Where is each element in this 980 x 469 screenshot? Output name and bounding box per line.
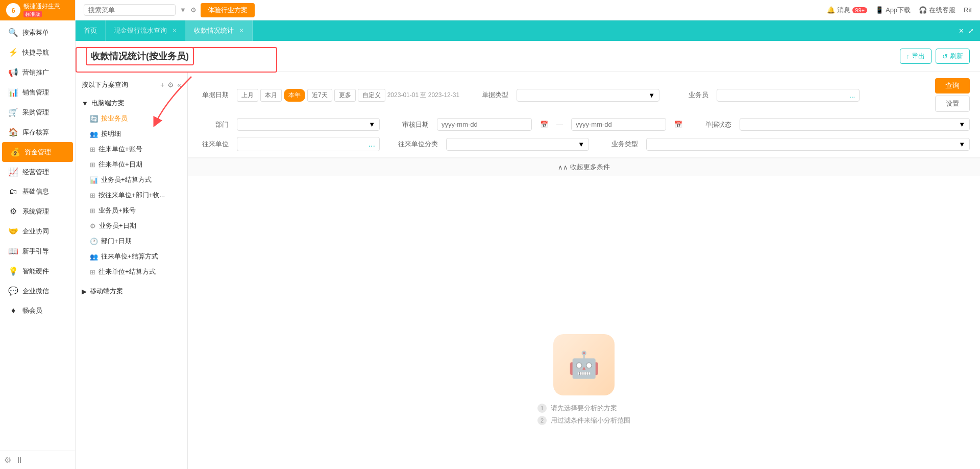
doc-status-select[interactable]: ▼ bbox=[740, 118, 970, 131]
operations-icon: 📈 bbox=[8, 167, 18, 177]
sidebar-item-basic-info[interactable]: 🗂 基础信息 bbox=[0, 182, 75, 201]
export-icon: ↑ bbox=[906, 53, 910, 60]
left-panel-icons: + ⚙ « bbox=[160, 81, 181, 89]
calendar-to-icon[interactable]: 📅 bbox=[674, 121, 682, 128]
member-icon: ♦ bbox=[8, 306, 18, 315]
date-btn-7days[interactable]: 近7天 bbox=[307, 89, 332, 102]
partner-more-icon[interactable]: ... bbox=[369, 139, 375, 149]
add-scheme-btn[interactable]: + bbox=[160, 81, 164, 89]
app-download-btn[interactable]: 📱 App下载 bbox=[875, 6, 911, 15]
topbar-left: ▼ ⚙ 体验行业方案 bbox=[84, 3, 255, 17]
date-btn-last-month[interactable]: 上月 bbox=[237, 89, 258, 102]
topbar: ▼ ⚙ 体验行业方案 🔔 消息 99+ 📱 App下载 🎧 在线客服 Rit bbox=[76, 0, 980, 20]
cashflow-tab-close[interactable]: ✕ bbox=[172, 27, 177, 34]
topbar-settings-icon[interactable]: ⚙ bbox=[190, 6, 197, 14]
tree-item-partner-date[interactable]: ⊞ 往来单位+日期 bbox=[76, 157, 187, 172]
sidebar-item-member[interactable]: ♦ 畅会员 bbox=[0, 301, 75, 320]
partner-category-select[interactable]: ▼ bbox=[446, 138, 589, 151]
empty-robot-illustration: 🤖 bbox=[553, 334, 615, 395]
notification-label: 消息 bbox=[837, 6, 850, 15]
sidebar-item-label: 销售管理 bbox=[22, 88, 49, 97]
online-service-btn[interactable]: 🎧 在线客服 bbox=[919, 6, 955, 15]
refresh-icon: ↺ bbox=[942, 53, 948, 60]
notification-badge: 99+ bbox=[852, 7, 867, 13]
tree-item-by-salesperson[interactable]: 🔄 按业务员 bbox=[76, 111, 187, 126]
review-date-to[interactable] bbox=[571, 118, 666, 131]
sidebar-item-funds[interactable]: 💰 资金管理 bbox=[2, 142, 73, 162]
sidebar-item-inventory[interactable]: 🏠 库存核算 bbox=[0, 122, 75, 142]
sidebar-item-sales[interactable]: 📊 销售管理 bbox=[0, 82, 75, 102]
dept-select[interactable]: ▼ bbox=[237, 118, 380, 131]
tree-item-partner-settlement2[interactable]: ⊞ 往来单位+结算方式 bbox=[76, 264, 187, 279]
collapse-panel-btn[interactable]: « bbox=[177, 81, 181, 89]
tree-item-salesperson-account[interactable]: ⊞ 业务员+账号 bbox=[76, 203, 187, 218]
sidebar-item-weixin[interactable]: 💬 企业微信 bbox=[0, 281, 75, 301]
trial-btn[interactable]: 体验行业方案 bbox=[201, 3, 255, 17]
biz-type-label: 业务类型 bbox=[607, 139, 638, 149]
search-icon: 🔍 bbox=[8, 28, 18, 37]
sidebar-item-operations[interactable]: 📈 经营管理 bbox=[0, 162, 75, 182]
tree-item-partner-dept[interactable]: ⊞ 按往来单位+部门+收... bbox=[76, 187, 187, 203]
sidebar-item-guide[interactable]: 📖 新手引导 bbox=[0, 241, 75, 261]
tab-home[interactable]: 首页 bbox=[76, 20, 106, 41]
doc-type-select[interactable]: ▼ bbox=[517, 89, 659, 102]
salesperson-more-icon[interactable]: ... bbox=[849, 91, 855, 99]
right-panel: 单据日期 上月 本月 本年 近7天 更多 自定义 2023-01-01 至 20… bbox=[188, 72, 980, 469]
collab-icon: 🤝 bbox=[8, 226, 18, 236]
settings-footer-icon[interactable]: ⚙ bbox=[4, 455, 11, 465]
user-name[interactable]: Rit bbox=[964, 6, 972, 14]
sidebar-item-quicknav[interactable]: ⚡ 快捷导航 bbox=[0, 42, 75, 62]
tree-item-salesperson-date[interactable]: ⚙ 业务员+日期 bbox=[76, 218, 187, 233]
date-btn-more[interactable]: 更多 bbox=[334, 89, 356, 102]
review-date-from[interactable] bbox=[437, 118, 532, 131]
biz-type-select[interactable]: ▼ bbox=[646, 138, 970, 151]
receipts-tab-label: 收款情况统计 bbox=[194, 26, 234, 35]
date-btn-this-year[interactable]: 本年 bbox=[284, 89, 305, 102]
topbar-search[interactable] bbox=[84, 4, 176, 16]
receipts-tab-close[interactable]: ✕ bbox=[239, 27, 244, 34]
sidebar-item-marketing[interactable]: 📢 营销推广 bbox=[0, 62, 75, 82]
sidebar-item-search[interactable]: 🔍 搜索菜单 bbox=[0, 22, 75, 42]
tab-close-icon[interactable]: ✕ bbox=[959, 27, 964, 35]
collapse-bar[interactable]: ∧∧ 收起更多条件 bbox=[188, 158, 980, 176]
salesperson-select[interactable]: ... bbox=[717, 89, 860, 102]
tree-header-desktop[interactable]: ▼ 电脑端方案 bbox=[76, 96, 187, 111]
tree-item-by-detail[interactable]: 👥 按明细 bbox=[76, 126, 187, 142]
date-btn-custom[interactable]: 自定义 bbox=[358, 89, 385, 102]
expand-icon[interactable]: ⏸ bbox=[15, 456, 23, 465]
calendar-from-icon[interactable]: 📅 bbox=[540, 121, 548, 128]
sidebar-item-system[interactable]: ⚙ 系统管理 bbox=[0, 201, 75, 221]
tab-receipts[interactable]: 收款情况统计 ✕ bbox=[186, 20, 253, 41]
salesperson-label: 业务员 bbox=[678, 90, 708, 100]
settings-scheme-btn[interactable]: ⚙ bbox=[167, 81, 174, 89]
tree-header-mobile[interactable]: ▶ 移动端方案 bbox=[76, 284, 187, 299]
refresh-btn[interactable]: ↺ 刷新 bbox=[936, 49, 970, 64]
date-btn-this-month[interactable]: 本月 bbox=[260, 89, 282, 102]
tree-item-icon-ps2: ⊞ bbox=[90, 268, 95, 276]
topbar-dropdown-icon[interactable]: ▼ bbox=[180, 6, 186, 14]
tree-item-partner-settlement1[interactable]: 👥 往来单位+结算方式 bbox=[76, 249, 187, 264]
weixin-icon: 💬 bbox=[8, 286, 18, 296]
setting-btn[interactable]: 设置 bbox=[935, 96, 970, 112]
query-btn[interactable]: 查询 bbox=[935, 78, 970, 93]
doc-type-chevron: ▼ bbox=[648, 91, 655, 99]
date-label: 单据日期 bbox=[198, 90, 229, 100]
tree-item-dept-date[interactable]: 🕐 部门+日期 bbox=[76, 233, 187, 249]
tree-item-label: 按明细 bbox=[101, 129, 121, 138]
filter-actions: 查询 设置 bbox=[935, 78, 970, 112]
tree-item-partner-account[interactable]: ⊞ 往来单位+账号 bbox=[76, 142, 187, 157]
notification-btn[interactable]: 🔔 消息 99+ bbox=[827, 6, 867, 15]
partner-cat-chevron: ▼ bbox=[578, 140, 584, 148]
sidebar-item-collab[interactable]: 🤝 企业协同 bbox=[0, 221, 75, 241]
sidebar-item-hardware[interactable]: 💡 智能硬件 bbox=[0, 261, 75, 281]
tab-maximize-icon[interactable]: ⤢ bbox=[968, 27, 974, 35]
tree-item-salesperson-settlement[interactable]: 📊 业务员+结算方式 bbox=[76, 172, 187, 187]
partner-select[interactable]: ... bbox=[237, 137, 380, 151]
page-header: 收款情况统计(按业务员) ↑ 导出 ↺ 刷新 bbox=[76, 41, 980, 72]
empty-state: 🤖 1 请先选择要分析的方案 2 用过滤条件来缩小分析范围 bbox=[188, 176, 980, 469]
empty-tips: 1 请先选择要分析的方案 2 用过滤条件来缩小分析范围 bbox=[537, 404, 630, 428]
export-btn[interactable]: ↑ 导出 bbox=[900, 49, 932, 64]
sidebar-item-purchase[interactable]: 🛒 采购管理 bbox=[0, 102, 75, 122]
sidebar-item-label: 基础信息 bbox=[22, 187, 49, 196]
tab-cashflow[interactable]: 现金银行流水查询 ✕ bbox=[106, 20, 186, 41]
